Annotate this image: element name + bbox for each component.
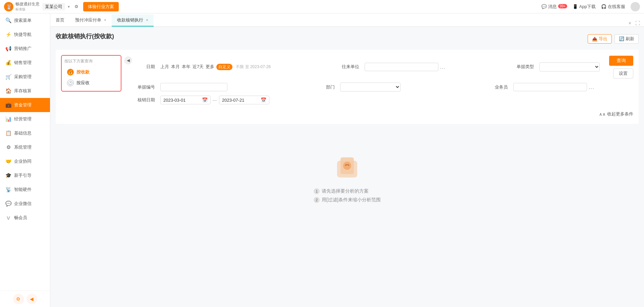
online-service-item[interactable]: 🎧 在线客服 [601, 4, 625, 10]
counterpart-ellipsis[interactable]: … [440, 63, 446, 70]
setting-button[interactable]: 设置 [613, 68, 633, 79]
staff-label: 业务员 [489, 84, 508, 90]
date-this-month[interactable]: 本月 [171, 64, 180, 70]
tabbar: 首页 预付冲应付单 × 收款核销执行 × × ⛶ [50, 13, 644, 27]
tab-prepay[interactable]: 预付冲应付单 × [70, 14, 112, 27]
online-service-label: 在线客服 [608, 4, 625, 10]
dept-label: 部门 [316, 84, 335, 90]
verify-date-range: 2023-03-01 📅 — 2023-07-21 📅 [160, 96, 269, 104]
sales-icon: 💰 [5, 60, 11, 66]
sidebar-item-system[interactable]: ⚙ 系统管理 [0, 140, 50, 154]
tab-home[interactable]: 首页 [50, 14, 70, 27]
basic-icon: 📋 [5, 130, 11, 136]
date-shortcuts: 上月 本月 本年 近7天 更多 自定义 不限 至 2023-07-26 [160, 64, 271, 70]
settings-icon[interactable]: ⚙ [72, 3, 80, 11]
operation-icon: 📊 [5, 116, 11, 122]
company-name[interactable]: 某某公司 [42, 3, 65, 10]
sidebar-collapse-button[interactable]: ◀ [26, 294, 37, 304]
by-receivable-label: 按应收 [76, 80, 90, 86]
tab-receipt-label: 收款核销执行 [117, 17, 143, 23]
sidebar-item-quick-nav[interactable]: ⚡ 快捷导航 [0, 28, 50, 42]
search-menu-icon: 🔍 [5, 17, 11, 23]
sidebar-item-label: 快捷导航 [14, 32, 32, 38]
sidebar-item-label: 搜索菜单 [14, 17, 32, 23]
company-dropdown-icon[interactable]: ▾ [68, 4, 70, 9]
dept-select[interactable] [340, 83, 400, 92]
more-conditions-button[interactable]: ∧∧ 收起更多条件 [599, 111, 633, 117]
sidebar-item-hardware[interactable]: 📡 智能硬件 [0, 183, 50, 197]
export-icon: 📤 [592, 37, 597, 42]
close-tab-icon[interactable]: × [627, 20, 633, 27]
sidebar-item-wechat[interactable]: 💬 企业微信 [0, 197, 50, 211]
refresh-icon: 🔄 [619, 36, 624, 41]
doc-type-label: 单据类型 [515, 64, 534, 70]
date-this-year[interactable]: 本年 [182, 64, 191, 70]
sidebar-item-search-menu[interactable]: 🔍 搜索菜单 [0, 13, 50, 28]
doc-no-input[interactable] [160, 83, 227, 91]
svg-point-2 [343, 162, 351, 170]
tab-receipt[interactable]: 收款核销执行 × [112, 14, 154, 27]
counterpart-input[interactable] [365, 63, 438, 71]
staff-input[interactable] [513, 83, 587, 91]
verify-date-end-calendar-icon: 📅 [261, 97, 266, 103]
empty-illustration [330, 151, 364, 184]
wechat-icon: 💬 [5, 201, 11, 207]
sidebar-item-finance[interactable]: 💼 资金管理 [0, 98, 50, 112]
sidebar-item-inventory[interactable]: 🏠 库存核算 [0, 84, 50, 98]
staff-field: … [513, 83, 594, 91]
empty-tip-1: 1 请先选择要分析的方案 [314, 188, 381, 194]
date-custom[interactable]: 自定义 [216, 64, 232, 70]
doc-type-select[interactable] [539, 62, 600, 71]
sidebar-settings-button[interactable]: ⚙ [13, 294, 24, 304]
app-download-item[interactable]: 📱 App下载 [573, 4, 596, 10]
filter-panel-title: 按以下方案查询 [64, 58, 118, 64]
more-conditions-row: ∧∧ 收起更多条件 [136, 110, 633, 118]
date-more[interactable]: 更多 [206, 64, 214, 70]
solution-button[interactable]: 体验行业方案 [83, 2, 119, 11]
filter-option-by-receivable[interactable]: 🕐 按应收 [64, 78, 118, 88]
export-button[interactable]: 📤 导出 [588, 34, 612, 44]
app-download-label: App下载 [579, 4, 596, 10]
enterprise-icon: 🤝 [5, 158, 11, 164]
empty-state: 1 请先选择要分析的方案 2 用[过滤]条件来缩小分析范围 [56, 151, 639, 203]
query-button[interactable]: 查询 [609, 56, 633, 66]
doc-no-label: 单据编号 [136, 84, 155, 90]
logo-icon: 🐰 [4, 2, 13, 11]
staff-ellipsis[interactable]: … [588, 84, 594, 91]
message-badge: 99+ [558, 4, 567, 8]
sidebar-item-operation[interactable]: 📊 经营管理 [0, 112, 50, 126]
date-7days[interactable]: 近7天 [193, 64, 204, 70]
empty-tip-2: 2 用[过滤]条件来缩小分析范围 [314, 197, 381, 203]
inventory-icon: 🏠 [5, 88, 11, 94]
message-item[interactable]: 💬 消息 99+ [541, 4, 567, 10]
verify-date-end[interactable]: 2023-07-21 📅 [219, 96, 269, 104]
sidebar-item-marketing[interactable]: 📢 营销推广 [0, 42, 50, 56]
tab-receipt-close[interactable]: × [146, 18, 148, 22]
sidebar-item-label: 销售管理 [14, 60, 32, 66]
logo-text-area: 畅捷通好生意 标准版 [15, 1, 40, 12]
logo-text: 畅捷通好生意 [15, 1, 40, 7]
tab-prepay-close[interactable]: × [104, 18, 106, 22]
hardware-icon: 📡 [5, 187, 11, 193]
user-avatar[interactable] [631, 2, 640, 11]
more-conditions-label: 收起更多条件 [607, 111, 633, 117]
collapse-up-icon: ∧∧ [599, 112, 606, 117]
expand-icon[interactable]: ⛶ [634, 20, 641, 27]
by-receipt-label: 按收款 [76, 69, 90, 75]
content-area: 首页 预付冲应付单 × 收款核销执行 × × ⛶ 收款核销执行(按收款) [50, 13, 644, 307]
sidebar-item-label: 采购管理 [14, 74, 32, 80]
collapse-filter-button[interactable]: ◀ [124, 56, 132, 64]
refresh-button[interactable]: 🔄 刷新 [614, 34, 639, 44]
quick-nav-icon: ⚡ [5, 32, 11, 38]
counterpart-field: … [365, 63, 446, 71]
date-last-month[interactable]: 上月 [160, 64, 169, 70]
sidebar-item-sales[interactable]: 💰 销售管理 [0, 56, 50, 70]
sidebar-item-enterprise[interactable]: 🤝 企业协同 [0, 154, 50, 168]
verify-date-start[interactable]: 2023-03-01 📅 [160, 96, 211, 104]
sidebar-item-basic[interactable]: 📋 基础信息 [0, 126, 50, 140]
filter-option-by-receipt[interactable]: 💰 按收款 [64, 67, 118, 78]
message-label: 消息 [548, 4, 557, 10]
sidebar-item-purchase[interactable]: 🛒 采购管理 [0, 70, 50, 84]
sidebar-item-vip[interactable]: V 畅会员 [0, 211, 50, 225]
sidebar-item-guide[interactable]: 🎓 新手引导 [0, 168, 50, 183]
